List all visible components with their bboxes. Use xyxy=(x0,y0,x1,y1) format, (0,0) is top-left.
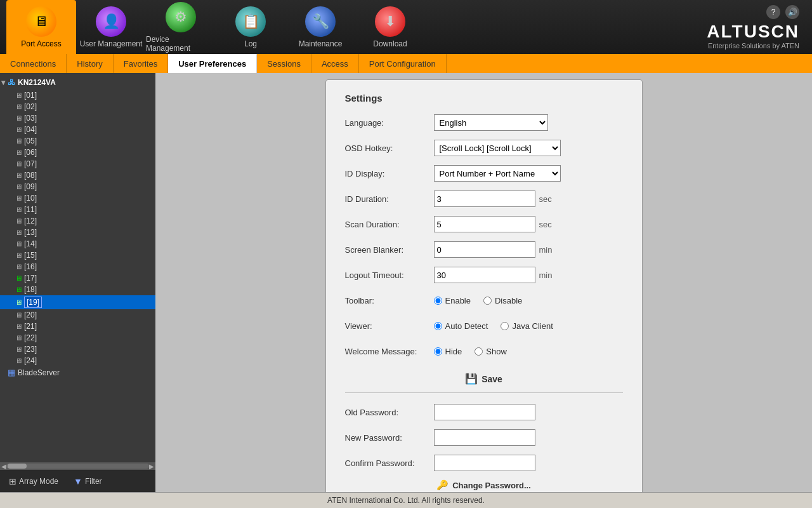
sidebar-item-11[interactable]: 🖥 [11] xyxy=(0,204,155,215)
section-divider xyxy=(345,392,623,393)
language-select[interactable]: English Chinese Japanese German French S… xyxy=(434,114,548,131)
tab-favorites[interactable]: Favorites xyxy=(114,54,168,73)
sidebar-item-10[interactable]: 🖥 [10] xyxy=(0,192,155,204)
tree-root-node[interactable]: ▾ 🖧 KN2124VA xyxy=(0,76,155,90)
toolbar-enable-label[interactable]: Enable xyxy=(434,296,471,305)
sidebar: ▾ 🖧 KN2124VA 🖥 [01] 🖥 [02] 🖥 [03] 🖥 [04] xyxy=(0,73,155,492)
viewer-auto-detect-radio[interactable] xyxy=(434,322,442,330)
port-13-label: [13] xyxy=(24,228,37,237)
nav-maintenance[interactable]: 🔧 Maintenance xyxy=(285,0,355,54)
save-row: 💾 Save xyxy=(345,370,623,387)
sidebar-item-08[interactable]: 🖥 [08] xyxy=(0,170,155,181)
tab-user-preferences[interactable]: User Preferences xyxy=(168,54,257,73)
sidebar-item-24[interactable]: 🖥 [24] xyxy=(0,355,155,366)
sidebar-item-14[interactable]: 🖥 [14] xyxy=(0,238,155,250)
scroll-right-btn[interactable]: ▶ xyxy=(149,463,154,470)
id-duration-input[interactable] xyxy=(434,190,535,207)
tab-port-configuration[interactable]: Port Configuration xyxy=(359,54,447,73)
id-display-select[interactable]: Port Number + Port Name Port Number Port… xyxy=(434,165,561,182)
sidebar-item-16[interactable]: 🖥 [16] xyxy=(0,261,155,272)
change-password-button[interactable]: 🔑 Change Password... xyxy=(436,479,531,491)
monitor-icon-11: 🖥 xyxy=(15,206,22,213)
sidebar-scrollbar-h[interactable]: ◀ ▶ xyxy=(0,462,155,470)
monitor-icon-16: 🖥 xyxy=(15,263,22,271)
welcome-message-radio-group: Hide Show xyxy=(434,347,507,356)
password-section: Old Password: New Password: Confirm Pass… xyxy=(345,403,623,491)
toolbar-disable-radio[interactable] xyxy=(483,297,492,305)
sidebar-item-04[interactable]: 🖥 [04] xyxy=(0,124,155,135)
help-icon[interactable]: ? xyxy=(766,5,780,19)
viewer-auto-detect-label[interactable]: Auto Detect xyxy=(434,321,488,331)
nav-device-management[interactable]: ⚙ Device Management xyxy=(146,0,216,54)
sidebar-item-20[interactable]: 🖥 [20] xyxy=(0,309,155,321)
sound-icon[interactable]: 🔊 xyxy=(785,5,799,19)
tab-sessions[interactable]: Sessions xyxy=(257,54,311,73)
blade-server-icon: ▦ xyxy=(8,368,15,377)
save-button[interactable]: 💾 Save xyxy=(457,370,510,387)
confirm-password-input[interactable] xyxy=(434,455,535,471)
old-password-input[interactable] xyxy=(434,404,535,420)
nav-download[interactable]: ⬇ Download xyxy=(355,0,425,54)
sidebar-item-17[interactable]: 🖥 [17] xyxy=(0,272,155,284)
sidebar-item-19[interactable]: 🖥 [19] xyxy=(0,295,155,309)
port-16-label: [16] xyxy=(24,262,37,271)
sidebar-item-18[interactable]: 🖥 [18] xyxy=(0,284,155,295)
sidebar-item-15[interactable]: 🖥 [15] xyxy=(0,250,155,261)
sidebar-item-01[interactable]: 🖥 [01] xyxy=(0,90,155,101)
nav-log[interactable]: 📋 Log xyxy=(216,0,285,54)
sidebar-item-23[interactable]: 🖥 [23] xyxy=(0,344,155,355)
screen-blanker-input[interactable] xyxy=(434,241,535,258)
welcome-message-hide-radio[interactable] xyxy=(434,347,442,356)
sidebar-item-02[interactable]: 🖥 [02] xyxy=(0,101,155,112)
scroll-left-btn[interactable]: ◀ xyxy=(1,463,6,470)
nav-user-management[interactable]: 👤 User Management xyxy=(76,0,146,54)
monitor-icon-21: 🖥 xyxy=(15,323,22,330)
osd-hotkey-select[interactable]: [Scroll Lock] [Scroll Lock] [Ctrl] [Ctrl… xyxy=(434,140,561,156)
filter-button[interactable]: ▼ Filter xyxy=(70,474,106,488)
port-05-label: [05] xyxy=(24,137,37,145)
tab-connections[interactable]: Connections xyxy=(0,54,67,73)
sidebar-item-05[interactable]: 🖥 [05] xyxy=(0,135,155,147)
monitor-icon-23: 🖥 xyxy=(15,345,22,353)
sidebar-item-13[interactable]: 🖥 [13] xyxy=(0,227,155,238)
welcome-message-hide-label[interactable]: Hide xyxy=(434,347,462,356)
nav-maintenance-label: Maintenance xyxy=(299,39,343,48)
tab-access[interactable]: Access xyxy=(311,54,359,73)
viewer-java-client-radio[interactable] xyxy=(501,322,509,330)
monitor-icon-02: 🖥 xyxy=(15,103,22,110)
array-mode-button[interactable]: ⊞ Array Mode xyxy=(5,474,62,488)
sidebar-item-bladeserver[interactable]: ▦ BladeServer xyxy=(0,366,155,378)
sidebar-item-12[interactable]: 🖥 [12] xyxy=(0,215,155,227)
port-07-label: [07] xyxy=(24,159,37,168)
sidebar-item-07[interactable]: 🖥 [07] xyxy=(0,158,155,170)
port-01-label: [01] xyxy=(24,91,37,100)
monitor-icon-18: 🖥 xyxy=(15,286,22,293)
new-password-label: New Password: xyxy=(345,433,434,443)
sidebar-item-06[interactable]: 🖥 [06] xyxy=(0,147,155,158)
nav-port-access[interactable]: 🖥 Port Access xyxy=(6,0,76,54)
new-password-input[interactable] xyxy=(434,429,535,446)
sidebar-bottom-bar: ⊞ Array Mode ▼ Filter xyxy=(0,470,155,492)
screen-blanker-row: Screen Blanker: min xyxy=(345,241,623,258)
scroll-track xyxy=(6,464,149,469)
welcome-message-show-radio[interactable] xyxy=(475,347,483,356)
sidebar-item-09[interactable]: 🖥 [09] xyxy=(0,181,155,192)
toolbar-disable-label[interactable]: Disable xyxy=(483,296,522,305)
toolbar-enable-radio[interactable] xyxy=(434,297,442,305)
monitor-icon-03: 🖥 xyxy=(15,114,22,122)
tab-history[interactable]: History xyxy=(67,54,113,73)
port-access-icon: 🖥 xyxy=(26,6,56,37)
scan-duration-input[interactable] xyxy=(434,216,535,232)
sidebar-item-03[interactable]: 🖥 [03] xyxy=(0,112,155,124)
viewer-java-client-label[interactable]: Java Client xyxy=(501,321,553,331)
logout-timeout-input[interactable] xyxy=(434,267,535,283)
toolbar-row: Toolbar: Enable Disable xyxy=(345,291,623,309)
port-09-label: [09] xyxy=(24,182,37,191)
sidebar-item-22[interactable]: 🖥 [22] xyxy=(0,332,155,344)
sidebar-item-21[interactable]: 🖥 [21] xyxy=(0,321,155,332)
welcome-message-show-label[interactable]: Show xyxy=(475,347,507,356)
save-button-label: Save xyxy=(481,374,502,384)
filter-icon: ▼ xyxy=(74,476,82,486)
port-14-label: [14] xyxy=(24,239,37,248)
screen-blanker-label: Screen Blanker: xyxy=(345,245,434,255)
